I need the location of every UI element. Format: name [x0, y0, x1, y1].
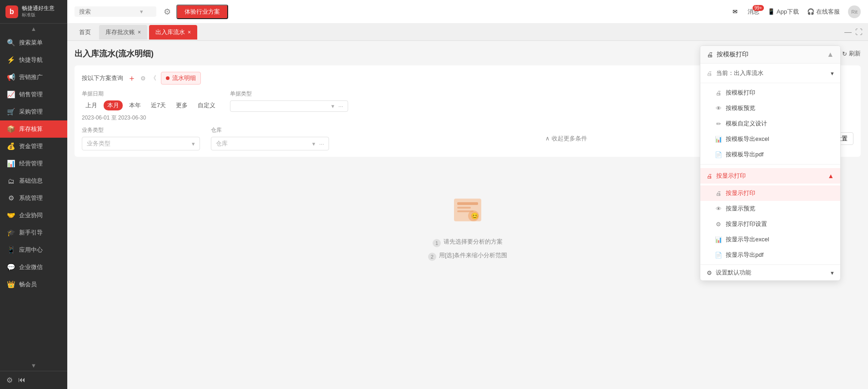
minimize-icon[interactable]: — — [844, 28, 852, 36]
warehouse-dropdown[interactable]: 仓库 ▾ ··· — [211, 137, 329, 150]
tab-batch-close-icon[interactable]: × — [138, 29, 141, 35]
date-opt-7days[interactable]: 近7天 — [147, 100, 170, 110]
voucher-type-chevron-icon: ▾ — [331, 103, 334, 110]
dp-current-icon: 🖨 — [707, 70, 713, 77]
sidebar-item-finance[interactable]: 💰 资金管理 — [0, 138, 67, 155]
dp-item-template-pdf[interactable]: 📄 按模板导出pdf — [700, 147, 840, 162]
date-opt-custom[interactable]: 自定义 — [194, 100, 219, 110]
online-service-btn[interactable]: 🎧 在线客服 — [807, 8, 840, 16]
date-opt-this-month[interactable]: 本月 — [104, 100, 123, 110]
tab-home[interactable]: 首页 — [73, 26, 97, 39]
sidebar-item-sales[interactable]: 📈 销售管理 — [0, 86, 67, 103]
dp-item-template-preview[interactable]: 👁 按模板预览 — [700, 100, 840, 116]
collapse-more-btn[interactable]: ∧ 收起更多条件 — [545, 135, 587, 143]
dp-item-template-excel[interactable]: 📊 按模板导出excel — [700, 131, 840, 147]
dp-close-arrow-icon[interactable]: ▲ — [827, 50, 834, 59]
dp-display-group-label: 按显示打印 — [716, 172, 746, 180]
dp-header-left: 🖨 按模板打印 — [707, 50, 748, 59]
sidebar: b 畅捷通好生意 标准版 ▲ 🔍 搜索菜单 ⚡ 快捷导航 📢 营销推广 📈 销售… — [0, 0, 67, 389]
tabbar: 首页 库存批次账 × 出入库流水 × — ⛶ — [67, 24, 868, 41]
sidebar-item-vip[interactable]: 👑 畅会员 — [0, 276, 67, 293]
tab-flow-close-icon[interactable]: × — [188, 29, 191, 35]
sidebar-label-app: 应用中心 — [19, 246, 43, 254]
refresh-btn[interactable]: ↻ 刷新 — [842, 50, 861, 58]
sidebar-item-collab[interactable]: 🤝 企业协同 — [0, 207, 67, 224]
sidebar-item-base[interactable]: 🗂 基础信息 — [0, 172, 67, 190]
dp-item-display-print[interactable]: 🖨 按显示打印 — [700, 185, 840, 201]
trial-button[interactable]: 体验行业方案 — [176, 5, 228, 19]
sidebar-item-search[interactable]: 🔍 搜索菜单 — [0, 34, 67, 51]
scroll-up-btn[interactable]: ▲ — [0, 24, 67, 34]
sidebar-label-guide: 新手引导 — [19, 229, 43, 237]
search-box[interactable]: ▾ — [75, 6, 156, 17]
sidebar-item-system[interactable]: ⚙ 系统管理 — [0, 190, 67, 207]
filter-voucher-type-select[interactable]: ▾ ··· — [230, 100, 348, 112]
dp-item-display-excel[interactable]: 📊 按显示导出excel — [700, 232, 840, 247]
app-version: 标准版 — [22, 12, 55, 18]
sidebar-item-purchase[interactable]: 🛒 采购管理 — [0, 103, 67, 120]
sidebar-item-wechat[interactable]: 💬 企业微信 — [0, 259, 67, 276]
sidebar-icon-vip: 👑 — [6, 280, 15, 289]
tab-batch[interactable]: 库存批次账 × — [99, 25, 147, 40]
dp-item-display-pdf[interactable]: 📄 按显示导出pdf — [700, 247, 840, 263]
date-opt-last-month[interactable]: 上月 — [82, 100, 101, 110]
dp-item-display-preview[interactable]: 👁 按显示预览 — [700, 201, 840, 216]
warehouse-chevron-icon: ▾ — [312, 140, 315, 147]
dp-display-settings-label: 按显示打印设置 — [726, 220, 767, 228]
refresh-label: 刷新 — [849, 50, 861, 58]
dp-current-label: 🖨 当前：出入库流水 ▾ — [700, 65, 840, 81]
tab-batch-label: 库存批次账 — [105, 28, 135, 36]
filter-add-icon[interactable]: ＋ — [128, 73, 136, 84]
dp-footer-icon: ⚙ — [707, 269, 712, 276]
app-download-label: App下载 — [777, 8, 799, 16]
collapse-sidebar-icon[interactable]: ⏮ — [18, 376, 25, 384]
dp-display-group-left: 🖨 按显示打印 — [707, 172, 746, 180]
dropdown-panel: 🖨 按模板打印 ▲ 🖨 当前：出入库流水 ▾ 🖨 按模板打印 👁 按模板预览 ✏… — [700, 45, 841, 281]
dp-item-template-design[interactable]: ✏ 模板自定义设计 — [700, 116, 840, 131]
filter-tag[interactable]: 流水明细 — [161, 72, 201, 85]
sidebar-item-guide[interactable]: 🎓 新手引导 — [0, 224, 67, 241]
message-btn[interactable]: ✉ 99+ 消息 — [733, 8, 759, 16]
dp-display-preview-label: 按显示预览 — [726, 204, 755, 213]
filter-voucher-label: 单据类型 — [230, 90, 348, 98]
online-service-label: 在线客服 — [816, 8, 840, 16]
sidebar-item-marketing[interactable]: 📢 营销推广 — [0, 69, 67, 86]
dp-display-excel-label: 按显示导出excel — [726, 235, 769, 244]
voucher-type-more-icon[interactable]: ··· — [338, 103, 343, 110]
topbar-gear-icon[interactable]: ⚙ — [164, 7, 171, 17]
dp-divider2 — [700, 164, 840, 165]
dp-item-template-print[interactable]: 🖨 按模板打印 — [700, 85, 840, 100]
maximize-icon[interactable]: ⛶ — [855, 28, 863, 36]
filter-date-label: 单据日期 — [82, 90, 219, 98]
date-opt-this-year[interactable]: 本年 — [125, 100, 145, 110]
date-opt-more[interactable]: 更多 — [172, 100, 191, 110]
dp-footer[interactable]: ⚙ 设置默认功能 ▾ — [700, 264, 840, 280]
dp-item-display-settings[interactable]: ⚙ 按显示打印设置 — [700, 216, 840, 232]
sidebar-item-quick[interactable]: ⚡ 快捷导航 — [0, 51, 67, 69]
hint1-row: 1 请先选择要分析的方案 — [433, 238, 503, 249]
dp-template-preview-icon: 👁 — [715, 105, 722, 112]
tab-flow[interactable]: 出入库流水 × — [149, 25, 197, 40]
sidebar-item-operation[interactable]: 📊 经营管理 — [0, 155, 67, 172]
sidebar-label-wechat: 企业微信 — [19, 263, 43, 271]
search-input[interactable] — [79, 8, 138, 15]
business-type-dropdown[interactable]: 业务类型 ▾ — [82, 137, 200, 150]
hint1-num: 1 — [433, 239, 441, 247]
dp-display-group-header[interactable]: 🖨 按显示打印 ▲ — [700, 168, 840, 184]
scroll-down-btn[interactable]: ▼ — [0, 360, 67, 371]
sidebar-label-sales: 销售管理 — [19, 90, 43, 99]
filter-warehouse-label: 仓库 — [211, 126, 329, 134]
dp-display-settings-icon: ⚙ — [715, 220, 722, 228]
dp-template-design-icon: ✏ — [715, 120, 722, 127]
sidebar-item-inventory[interactable]: 📦 库存核算 — [0, 120, 67, 138]
settings-icon[interactable]: ⚙ — [6, 376, 13, 384]
warehouse-more-icon[interactable]: ··· — [319, 140, 324, 147]
collapse-label: 收起更多条件 — [552, 135, 587, 143]
app-download-btn[interactable]: 📱 App下载 — [768, 8, 799, 16]
dp-display-excel-icon: 📊 — [715, 236, 722, 243]
user-avatar[interactable]: Rit — [848, 5, 861, 18]
filter-gear-icon[interactable]: ⚙ — [140, 75, 146, 82]
sidebar-item-app[interactable]: 📱 应用中心 — [0, 241, 67, 259]
message-icon: ✉ — [733, 8, 738, 15]
filter-collapse-icon[interactable]: 《 — [150, 74, 156, 82]
